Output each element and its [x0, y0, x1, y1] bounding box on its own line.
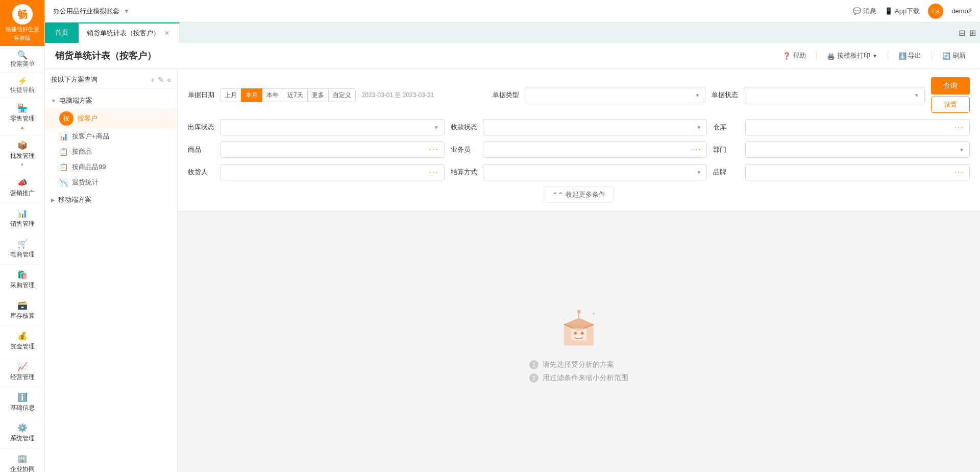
avatar[interactable]: Ea	[928, 4, 943, 19]
app-logo[interactable]: 畅 畅捷信好生意 标准版	[0, 0, 44, 46]
help-btn[interactable]: ❓ 帮助	[778, 49, 810, 62]
department-input[interactable]: ▼	[745, 141, 970, 158]
ecommerce-label: 电商管理	[10, 250, 35, 259]
data-area: ✦ ✦ 1 请先选择要分析的方案 2 用过滤条件来缩小分析范围	[178, 211, 980, 472]
scheme-return-stats[interactable]: 📉 退货统计	[45, 175, 177, 190]
retail-icon: 🏪	[17, 103, 28, 113]
payment-status-arrow: ▼	[696, 125, 701, 130]
export-btn[interactable]: ⬇️ 导出	[894, 49, 925, 62]
out-status-arrow: ▼	[434, 125, 439, 130]
sidebar-item-system[interactable]: ⚙️ 系统管理	[0, 418, 44, 449]
edit-scheme-btn[interactable]: ✎	[158, 76, 164, 84]
receiver-input[interactable]: ···	[220, 164, 445, 180]
filter-area: 按以下方案查询 + ✎ « ▼ 电脑端方案	[45, 69, 980, 472]
payment-method-field: 结算方式 ▼	[451, 164, 707, 180]
payment-method-input[interactable]: ▼	[483, 164, 707, 180]
scheme-by-product-99[interactable]: 📋 按商品品99	[45, 159, 177, 175]
scheme-group-mobile: ▶ 移动端方案	[45, 192, 177, 207]
sidebar-item-finance[interactable]: 💰 资金管理	[0, 326, 44, 357]
scheme-section: ▼ 电脑端方案 按 按客户 📊 按客户+商品	[45, 89, 177, 214]
date-tab-last-month[interactable]: 上月	[220, 88, 241, 102]
sidebar-item-enterprise[interactable]: 🏢 企业协同	[0, 449, 44, 472]
top-header: 办公用品行业模拟账套 ▼ 💬 消息 📱 App下载 Ea demo2	[45, 0, 980, 22]
collapse-sidebar-btn[interactable]: «	[167, 76, 171, 84]
finance-label: 资金管理	[10, 342, 35, 351]
purchase-icon: 🛍️	[17, 270, 28, 279]
out-status-label: 出库状态	[188, 123, 216, 132]
salesperson-input[interactable]: ···	[483, 141, 707, 158]
scheme-by-customer[interactable]: 按 按客户	[45, 108, 177, 129]
tab-close-btn[interactable]: ✕	[163, 29, 171, 37]
scheme-by-product[interactable]: 📋 按商品	[45, 144, 177, 159]
download-icon: 📱	[885, 7, 893, 15]
system-label: 系统管理	[10, 434, 35, 443]
brand-field: 品牌 ···	[713, 164, 970, 180]
scheme-by-customer-product[interactable]: 📊 按客户+商品	[45, 129, 177, 144]
salesperson-field: 业务员 ···	[451, 141, 707, 158]
message-btn[interactable]: 💬 消息	[853, 7, 876, 16]
date-tab-more[interactable]: 更多	[307, 88, 329, 102]
refresh-btn[interactable]: 🔄 刷新	[938, 49, 970, 62]
sidebar-quicknav[interactable]: ⚡ 快捷导航	[0, 73, 44, 98]
sidebar-item-operations[interactable]: 📈 经营管理	[0, 357, 44, 387]
sidebar-item-purchase[interactable]: 🛍️ 采购管理	[0, 265, 44, 295]
filter-row-2: 出库状态 ▼ 收款状态 ▼	[188, 119, 970, 135]
user-name[interactable]: demo2	[951, 7, 972, 15]
sidebar-item-wholesale[interactable]: 📦 批发管理	[0, 135, 44, 173]
tab-sales-stats-label: 销货单统计表（按客户）	[87, 29, 160, 38]
tab-bar-right: ⊟ ⊞	[959, 28, 980, 38]
tab-minimize-icon[interactable]: ⊟	[959, 28, 965, 38]
setting-btn[interactable]: 设置	[931, 97, 970, 113]
scheme-by-customer-product-label: 按客户+商品	[72, 132, 109, 141]
sidebar-item-inventory[interactable]: 🗃️ 库存核算	[0, 295, 44, 326]
warehouse-input[interactable]: ···	[745, 119, 970, 135]
export-label: 导出	[908, 51, 921, 60]
sidebar-search[interactable]: 🔍 搜索菜单	[0, 46, 44, 73]
date-tab-7days[interactable]: 近7天	[283, 88, 308, 102]
order-status-input[interactable]: ▼	[744, 87, 925, 103]
breadcrumb-dropdown[interactable]: ▼	[124, 8, 130, 15]
date-tab-this-year[interactable]: 本年	[262, 88, 283, 102]
purchase-label: 采购管理	[10, 281, 35, 290]
app-download-label: App下载	[895, 7, 920, 16]
date-label: 单据日期	[188, 90, 216, 100]
operations-label: 经营管理	[10, 373, 35, 382]
tab-sales-stats[interactable]: 销货单统计表（按客户） ✕	[79, 22, 180, 43]
tab-maximize-icon[interactable]: ⊞	[969, 28, 976, 38]
sidebar-item-basic[interactable]: ℹ️ 基础信息	[0, 387, 44, 418]
brand-input[interactable]: ···	[745, 164, 970, 180]
order-type-input[interactable]: ▼	[525, 87, 706, 103]
tab-home[interactable]: 首页	[45, 22, 79, 43]
date-tab-custom[interactable]: 自定义	[328, 88, 356, 102]
help-label: 帮助	[793, 51, 806, 60]
wholesale-label: 批发管理	[10, 152, 35, 160]
date-field: 单据日期 上月 本月 本年 近7天 更多 自定义 20	[188, 88, 486, 102]
add-scheme-btn[interactable]: +	[151, 76, 155, 84]
scheme-group-mobile-header[interactable]: ▶ 移动端方案	[45, 192, 177, 207]
sidebar-item-marketing[interactable]: 📣 营销推广	[0, 173, 44, 203]
collapse-filters-btn[interactable]: ⌃⌃ 收起更多条件	[544, 186, 614, 203]
app-download-btn[interactable]: 📱 App下载	[885, 7, 920, 16]
payment-status-input[interactable]: ▼	[483, 119, 707, 135]
scheme-by-customer-label: 按客户	[78, 114, 97, 123]
header-left: 办公用品行业模拟账套 ▼	[53, 7, 130, 16]
refresh-icon: 🔄	[942, 52, 950, 60]
enterprise-label: 企业协同	[10, 465, 35, 472]
print-btn[interactable]: 🖨️ 按模板打印 ▼	[823, 49, 881, 62]
out-status-input[interactable]: ▼	[220, 119, 445, 135]
filter-row-3: 商品 ··· 业务员 ···	[188, 141, 970, 158]
salesperson-label: 业务员	[451, 145, 479, 154]
brand-dots: ···	[954, 168, 964, 177]
svg-text:✦: ✦	[562, 317, 565, 321]
date-range: 2023-03-01 至 2023-03-31	[362, 91, 434, 100]
product-input[interactable]: ···	[220, 141, 445, 158]
scheme-icon-2: 📋	[59, 148, 68, 156]
sidebar-item-ecommerce[interactable]: 🛒 电商管理	[0, 234, 44, 265]
sidebar-item-sales[interactable]: 📊 销售管理	[0, 203, 44, 234]
scheme-group-desktop-header[interactable]: ▼ 电脑端方案	[45, 93, 177, 108]
product-dots: ···	[429, 145, 438, 154]
sidebar-item-retail[interactable]: 🏪 零售管理	[0, 98, 44, 135]
filter-row-4: 收货人 ··· 结算方式 ▼	[188, 164, 970, 180]
date-tab-this-month[interactable]: 本月	[241, 88, 262, 102]
query-btn[interactable]: 查询	[931, 77, 970, 95]
